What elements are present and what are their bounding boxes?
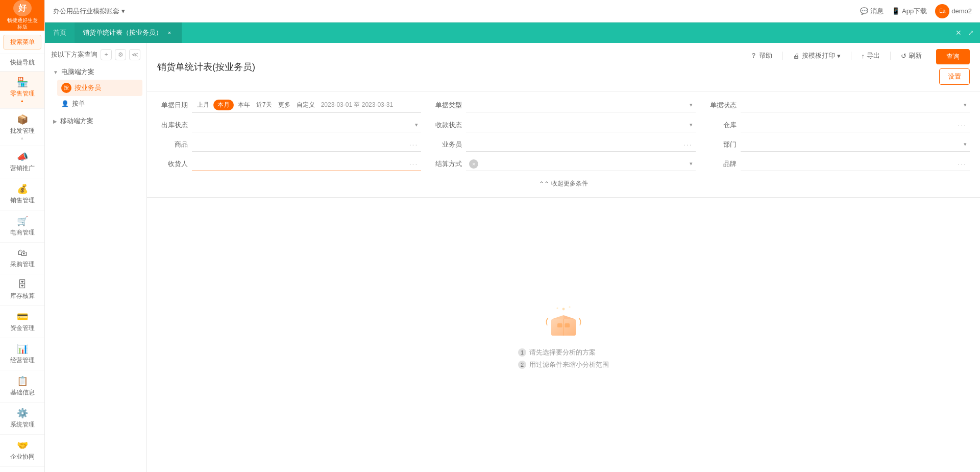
tip-1-text: 请先选择要分析的方案 [529,348,596,357]
refresh-icon: ↺ [901,52,906,60]
sidebar-item-wholesale[interactable]: 📦 批发管理 ▴ [0,109,44,146]
topbar-right: 💬 消息 📱 App下载 Ea demo2 [860,4,972,18]
filter-actions: 查询 设置 [930,49,970,85]
filter-item-brand: 品牌 ··· [706,157,970,171]
tree-group-pc-label: 电脑端方案 [61,67,94,77]
date-label: 单据日期 [157,101,188,110]
ecommerce-label: 电商管理 [10,228,35,237]
refresh-btn[interactable]: ↺ 刷新 [897,49,926,62]
department-arrow-icon: ▾ [964,141,967,148]
sidebar-item-operations[interactable]: 📊 经营管理 [0,338,44,370]
sidebar-item-enterprise[interactable]: 🤝 企业协同 [0,435,44,467]
search-menu-btn[interactable]: 搜索菜单 [3,35,41,50]
settings-button[interactable]: 设置 [939,68,970,85]
sidebar-item-sales[interactable]: 💰 销售管理 [0,178,44,210]
sidebar-item-inventory[interactable]: 🗄 库存核算 [0,274,44,306]
tree-group-pc-header[interactable]: ▼ 电脑端方案 [49,64,142,80]
print-btn[interactable]: 🖨 按模板打印 ▾ [789,49,845,62]
sidebar-quick-nav[interactable]: 快捷导航 [0,54,44,72]
sidebar: 好 畅捷通好生意 标版 搜索菜单 快捷导航 🏪 零售管理 ▴ 📦 批发管理 ▴ … [0,0,45,472]
settlement-control[interactable]: × ▾ [466,157,695,171]
warehouse-control[interactable]: ··· [741,118,970,132]
sidebar-item-purchase[interactable]: 🛍 采购管理 [0,243,44,274]
tab-sales-stat[interactable]: 销货单统计表（按业务员） × [75,22,182,43]
warehouse-dots-icon[interactable]: ··· [958,121,967,129]
user-name: demo2 [951,7,972,15]
tip-2-text: 用过滤条件来缩小分析范围 [529,360,609,369]
doc-status-control[interactable]: ▾ [741,98,970,112]
export-btn[interactable]: ↑ 导出 [857,49,885,62]
sidebar-item-basic[interactable]: 📋 基础信息 [0,370,44,403]
staff-control[interactable]: ··· [466,137,695,152]
date-tab-more[interactable]: 更多 [276,100,292,110]
filter-item-goods: 商品 ··· [157,137,421,152]
brand-dots-icon[interactable]: ··· [958,160,967,168]
sidebar-item-retail[interactable]: 🏪 零售管理 ▴ [0,72,44,109]
goods-dots-icon[interactable]: ··· [409,140,419,149]
gear-icon: ⚙ [118,51,124,58]
marketing-label: 营销推广 [10,164,35,173]
app-download-btn[interactable]: 📱 App下载 [892,7,927,16]
settings-scheme-btn[interactable]: ⚙ [115,49,126,60]
purchase-label: 采购管理 [10,260,35,269]
recipient-dots-icon[interactable]: ··· [409,160,419,168]
help-label: 帮助 [759,51,772,60]
sidebar-item-system[interactable]: ⚙️ 系统管理 [0,403,44,435]
svg-rect-8 [565,323,570,327]
recipient-control[interactable]: ··· [192,157,421,171]
query-button[interactable]: 查询 [936,49,970,64]
staff-dots-icon[interactable]: ··· [683,140,693,149]
date-tab-last-month[interactable]: 上月 [195,100,211,110]
date-tab-this-year[interactable]: 本年 [236,100,252,110]
goods-control[interactable]: ··· [192,137,421,152]
user-profile[interactable]: Ea demo2 [935,4,972,18]
department-control[interactable]: ▾ [741,137,970,152]
tab-restore-btn[interactable]: ⤢ [966,27,976,39]
sidebar-logo: 好 畅捷通好生意 标版 [0,0,44,31]
tip-2-num: 2 [518,361,526,369]
tree-item-by-order[interactable]: 👤 按单 [57,96,142,111]
tab-close-icon[interactable]: × [165,29,174,37]
sidebar-nav: 快捷导航 🏪 零售管理 ▴ 📦 批发管理 ▴ 📣 营销推广 💰 销售管理 🛒 电… [0,54,44,472]
sidebar-item-newbie[interactable]: 🌱 新手引导 [0,467,44,472]
empty-illustration [543,301,584,342]
tab-close-all-btn[interactable]: ✕ [953,27,964,39]
sidebar-item-ecommerce[interactable]: 🛒 电商管理 [0,210,44,243]
out-status-label: 出库状态 [157,121,188,130]
collapse-filter-btn[interactable]: ⌃⌃ 收起更多条件 [157,176,970,191]
tree-group-mobile-header[interactable]: ▶ 移动端方案 [49,113,142,129]
recipient-label: 收货人 [157,159,188,169]
left-panel-actions: + ⚙ ≪ [101,49,140,60]
date-tab-custom[interactable]: 自定义 [295,100,317,110]
sidebar-item-marketing[interactable]: 📣 营销推广 [0,146,44,178]
filter-row-2: 出库状态 ▾ 收款状态 ▾ [157,118,970,132]
sidebar-search[interactable]: 搜索菜单 [0,31,44,54]
brand-control[interactable]: ··· [741,157,970,171]
add-scheme-btn[interactable]: + [101,49,112,60]
sales-label: 销售管理 [10,196,35,205]
page-header-actions: ？ 帮助 🖨 按模板打印 ▾ ↑ 导出 [746,49,926,62]
filter-area: 单据日期 上月 本月 本年 近7天 更多 自定义 2023-03-01 至 20… [147,91,980,198]
app-name-dropdown[interactable]: 办公用品行业模拟账套 ▾ [53,7,125,16]
inventory-icon: 🗄 [18,279,27,290]
marketing-icon: 📣 [17,151,28,162]
empty-state: 1 请先选择要分析的方案 2 用过滤条件来缩小分析范围 [518,301,609,369]
settlement-close-btn[interactable]: × [469,159,478,169]
pay-status-control[interactable]: ▾ [466,118,695,132]
help-btn[interactable]: ？ 帮助 [746,49,776,62]
tree-item-by-staff[interactable]: 按 按业务员 [57,80,142,96]
out-status-control[interactable]: ▾ [192,118,421,132]
tab-home[interactable]: 首页 [45,22,75,43]
collapse-panel-btn[interactable]: ≪ [129,49,140,60]
filter-item-warehouse: 仓库 ··· [706,118,970,132]
tree-group-mobile: ▶ 移动端方案 [49,113,142,129]
message-btn[interactable]: 💬 消息 [860,7,884,16]
date-tab-7days[interactable]: 近7天 [254,100,274,110]
sidebar-item-finance[interactable]: 💳 资金管理 [0,306,44,338]
doc-type-control[interactable]: ▾ [466,98,695,112]
print-label: 按模板打印 [802,51,835,60]
date-tab-this-month[interactable]: 本月 [213,100,234,110]
pay-status-label: 收款状态 [431,121,462,130]
warehouse-label: 仓库 [706,121,737,130]
tree-item-icon-staff: 按 [61,83,71,93]
